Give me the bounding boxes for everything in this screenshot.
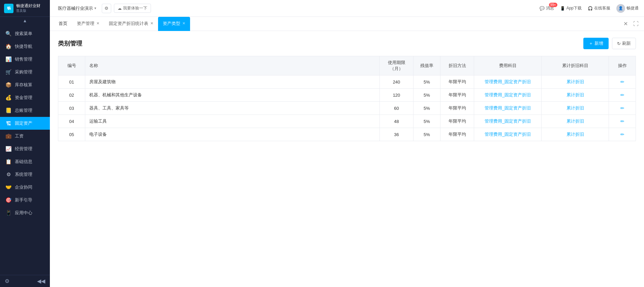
table-row: 02 机器、机械和其他生产设备 120 5% 年限平均 管理费用_固定资产折旧 … <box>58 89 636 102</box>
cell-name-1: 机器、机械和其他生产设备 <box>85 89 380 102</box>
user-label: 畅捷通 <box>626 5 639 11</box>
cell-name-2: 器具、工具、家具等 <box>85 102 380 115</box>
nav-label-cooperation: 企业协同 <box>15 184 32 190</box>
nav-label-inventory: 库存核算 <box>15 82 32 88</box>
table-body: 01 房屋及建筑物 240 5% 年限平均 管理费用_固定资产折旧 累计折旧 ✏… <box>58 75 636 141</box>
settings-icon[interactable]: ⚙ <box>5 278 9 284</box>
page-header: 类别管理 ＋ 新增 ↻ 刷新 <box>58 38 636 49</box>
collapse-icon[interactable]: ◀◀ <box>37 278 45 284</box>
sidebar-item-salary[interactable]: 💼 工资 <box>0 130 50 142</box>
cell-name-3: 运输工具 <box>85 115 380 128</box>
plus-icon: ＋ <box>589 40 593 46</box>
cell-code-4: 05 <box>58 128 85 141</box>
cell-name-4: 电子设备 <box>85 128 380 141</box>
cell-code-1: 02 <box>58 89 85 102</box>
tab-assets-close-icon[interactable]: ✕ <box>96 21 99 26</box>
nav-label-fixedassets: 固定资产 <box>15 120 32 126</box>
sidebar-item-cooperation[interactable]: 🤝 企业协同 <box>0 181 50 194</box>
sidebar-item-purchase[interactable]: 🛒 采购管理 <box>0 66 50 78</box>
cloud-icon: ☁ <box>118 6 122 11</box>
nav-icon-search: 🔍 <box>5 31 11 37</box>
sidebar-item-newbie[interactable]: 🎯 新手引导 <box>0 194 50 206</box>
nav-icon-appcenter: 📱 <box>5 210 11 216</box>
add-button[interactable]: ＋ 新增 <box>583 38 609 49</box>
cell-residual-0: 5% <box>413 75 440 89</box>
tab-depreciation-close-icon[interactable]: ✕ <box>150 21 153 26</box>
topbar: 医疗器械行业演示 ▾ ⚙ ☁ 我要体验一下 💬 消息 99 📱 App下载 🎧 … <box>50 0 644 17</box>
sidebar-item-inventory[interactable]: 📦 库存核算 <box>0 78 50 91</box>
tab-depreciation[interactable]: 固定资产折旧统计表 ✕ <box>104 17 158 31</box>
close-tab-icon[interactable]: ✕ <box>622 19 629 28</box>
col-header-name: 名称 <box>85 56 380 75</box>
message-action[interactable]: 💬 消息 99 <box>540 5 554 11</box>
cell-expense-1: 管理费用_固定资产折旧 <box>474 89 542 102</box>
settings-button[interactable]: ⚙ <box>102 4 111 13</box>
cell-code-2: 03 <box>58 102 85 115</box>
sidebar-footer: ⚙ ◀◀ <box>0 275 50 287</box>
app-download-action[interactable]: 📱 App下载 <box>560 5 582 11</box>
cell-residual-2: 5% <box>413 102 440 115</box>
sidebar-item-quicknav[interactable]: 🏠 快捷导航 <box>0 40 50 53</box>
headset-icon: 🎧 <box>588 6 593 11</box>
chevron-down-icon: ▾ <box>94 6 96 10</box>
sidebar-item-ledger[interactable]: 📒 总账管理 <box>0 104 50 117</box>
edit-button-2[interactable]: ✏ <box>620 105 624 111</box>
phone-icon: 📱 <box>560 6 565 11</box>
cell-method-0: 年限平均 <box>440 75 474 89</box>
tabbar: 首页 资产管理 ✕ 固定资产折旧统计表 ✕ 资产类型 ✕ ✕ ⛶ <box>50 17 644 31</box>
edit-button-4[interactable]: ✏ <box>620 132 624 137</box>
cell-action-3: ✏ <box>609 115 636 128</box>
sidebar-scroll-up[interactable]: ▲ <box>0 17 50 25</box>
nav-icon-purchase: 🛒 <box>5 69 11 75</box>
experience-label: 我要体验一下 <box>123 5 147 11</box>
tab-assettype-close-icon[interactable]: ✕ <box>182 21 185 26</box>
company-selector[interactable]: 医疗器械行业演示 ▾ <box>55 4 99 13</box>
sidebar-item-sales[interactable]: 📊 销售管理 <box>0 53 50 66</box>
edit-button-3[interactable]: ✏ <box>620 119 624 124</box>
cell-action-1: ✏ <box>609 89 636 102</box>
nav-icon-funds: 💰 <box>5 95 11 101</box>
cell-method-1: 年限平均 <box>440 89 474 102</box>
main-area: 医疗器械行业演示 ▾ ⚙ ☁ 我要体验一下 💬 消息 99 📱 App下载 🎧 … <box>50 0 644 287</box>
tab-home[interactable]: 首页 <box>54 17 72 31</box>
nav-label-newbie: 新手引导 <box>15 197 32 203</box>
nav-label-operations: 经营管理 <box>15 146 32 152</box>
nav-icon-system: ⚙ <box>5 171 11 178</box>
col-header-depreciation: 累计折旧科目 <box>542 56 609 75</box>
table-row: 03 器具、工具、家具等 60 5% 年限平均 管理费用_固定资产折旧 累计折旧… <box>58 102 636 115</box>
topbar-right: 💬 消息 99 📱 App下载 🎧 在线客服 👤 畅捷通 <box>540 4 639 13</box>
cell-expense-2: 管理费用_固定资产折旧 <box>474 102 542 115</box>
tab-assets[interactable]: 资产管理 ✕ <box>72 17 104 31</box>
tab-assettype[interactable]: 资产类型 ✕ <box>158 17 190 31</box>
sidebar-item-basicinfo[interactable]: 📋 基础信息 <box>0 155 50 168</box>
sidebar-item-funds[interactable]: 💰 资金管理 <box>0 91 50 104</box>
cell-action-0: ✏ <box>609 75 636 89</box>
cell-months-0: 240 <box>380 75 413 89</box>
nav-label-sales: 销售管理 <box>15 56 32 62</box>
cell-months-1: 120 <box>380 89 413 102</box>
tab-assettype-label: 资产类型 <box>163 21 180 27</box>
cell-depreciation-3: 累计折旧 <box>542 115 609 128</box>
online-service-action[interactable]: 🎧 在线客服 <box>588 5 610 11</box>
sidebar-header: 畅 畅捷通好业财 普及版 <box>0 0 50 17</box>
sidebar-item-fixedassets[interactable]: 🏗 固定资产 <box>0 117 50 130</box>
sidebar-item-operations[interactable]: 📈 经营管理 <box>0 142 50 155</box>
nav-icon-quicknav: 🏠 <box>5 43 11 50</box>
sidebar-item-appcenter[interactable]: 📱 应用中心 <box>0 206 50 219</box>
cell-expense-4: 管理费用_固定资产折旧 <box>474 128 542 141</box>
edit-button-0[interactable]: ✏ <box>620 79 624 85</box>
edit-button-1[interactable]: ✏ <box>620 92 624 98</box>
nav-icon-newbie: 🎯 <box>5 197 11 203</box>
sidebar-nav: 🔍 搜索菜单 🏠 快捷导航 📊 销售管理 🛒 采购管理 📦 库存核算 💰 资金管… <box>0 25 50 275</box>
logo-icon: 畅 <box>4 4 13 13</box>
col-header-expense: 费用科目 <box>474 56 542 75</box>
user-action[interactable]: 👤 畅捷通 <box>616 4 639 13</box>
maximize-tab-icon[interactable]: ⛶ <box>632 20 640 28</box>
refresh-button[interactable]: ↻ 刷新 <box>612 38 636 49</box>
nav-label-ledger: 总账管理 <box>15 107 32 114</box>
experience-button[interactable]: ☁ 我要体验一下 <box>114 4 151 13</box>
add-button-label: 新增 <box>594 40 603 46</box>
cell-depreciation-1: 累计折旧 <box>542 89 609 102</box>
sidebar-item-system[interactable]: ⚙ 系统管理 <box>0 168 50 181</box>
sidebar-item-search[interactable]: 🔍 搜索菜单 <box>0 27 50 40</box>
